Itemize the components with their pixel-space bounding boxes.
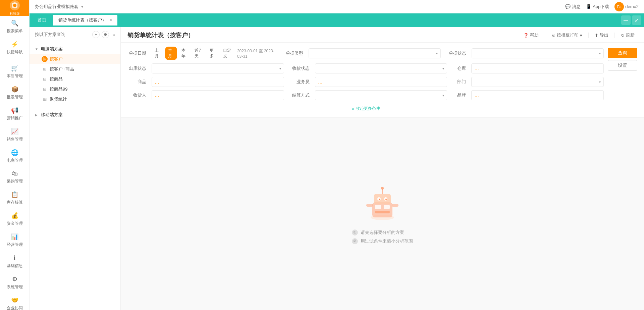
- date-control: 上月 本月 本年 近7天 更多 自定义 2023-03-01 至 2023-03…: [152, 47, 278, 60]
- filter-and-buttons: 单据日期 上月 本月 本年 近7天 更多 自定义 20: [127, 47, 637, 113]
- sidebar-item-inventory-check[interactable]: 📋 库存核算: [0, 188, 30, 209]
- tree-item-by-product[interactable]: ⊟ 按商品: [30, 74, 120, 84]
- tab-maximize-btn[interactable]: ⤢: [632, 15, 641, 25]
- date-btn-last-month[interactable]: 上月: [152, 47, 164, 60]
- breadcrumb-dropdown[interactable]: ▾: [81, 4, 83, 9]
- basic-info-icon: ℹ: [13, 254, 16, 262]
- settings-solution-btn[interactable]: ⚙: [102, 31, 109, 38]
- sidebar-item-finance-mgmt[interactable]: 💰 资金管理: [0, 209, 30, 230]
- sidebar-item-enterprise-collab[interactable]: 🤝 企业协同: [0, 293, 30, 310]
- sidebar-item-basic-info[interactable]: ℹ 基础信息: [0, 251, 30, 272]
- recipient-label: 收货人: [127, 92, 146, 98]
- date-btn-this-month[interactable]: 本月: [165, 47, 177, 60]
- tab-close-icon[interactable]: ×: [110, 18, 112, 22]
- table-icon: ⊟: [42, 76, 48, 82]
- add-solution-btn[interactable]: +: [92, 31, 100, 38]
- tab-active[interactable]: 销货单统计表（按客户） ×: [53, 15, 117, 25]
- wholesale-icon: 📦: [11, 86, 18, 93]
- collapse-more-btn[interactable]: ∧ 收起更多条件: [127, 104, 604, 113]
- bar-icon: ▦: [42, 96, 48, 102]
- right-content: 销货单统计表（按客户） ❓ 帮助 🖨 按模板打印 ▾ ⬆: [121, 27, 644, 310]
- warehouse-label: 仓库: [452, 65, 466, 71]
- message-btn[interactable]: 💬 消息: [565, 4, 581, 10]
- date-btn-this-year[interactable]: 本年: [178, 47, 191, 60]
- sidebar-item-ecommerce-mgmt[interactable]: 🌐 电商管理: [0, 146, 30, 167]
- logo[interactable]: 标账版: [0, 0, 30, 16]
- sidebar-item-purchase-mgmt[interactable]: 🛍 采购管理: [0, 167, 30, 188]
- department-arrow-icon: ▾: [599, 80, 601, 84]
- help-icon: ❓: [523, 33, 529, 38]
- doc-type-label: 单据类型: [283, 50, 303, 56]
- sidebar-item-system-mgmt[interactable]: ⚙ 系统管理: [0, 272, 30, 293]
- sidebar-item-search-menu[interactable]: 🔍 搜索菜单: [0, 16, 30, 37]
- sales-person-select[interactable]: …: [315, 77, 447, 87]
- svg-rect-4: [375, 205, 381, 209]
- tree-parent-mobile[interactable]: ▶ 移动端方案: [30, 110, 120, 120]
- left-panel-header: 按以下方案查询 + ⚙ «: [30, 27, 120, 41]
- inventory-icon: 📋: [11, 191, 18, 198]
- grid-icon: ⊞: [42, 66, 48, 72]
- export-icon: ⬆: [595, 33, 598, 38]
- user-menu[interactable]: Ea demo2: [614, 2, 639, 11]
- svg-point-10: [379, 199, 380, 200]
- tab-minimize-btn[interactable]: —: [621, 15, 631, 25]
- table2-icon: ⊟: [42, 86, 48, 92]
- system-icon: ⚙: [12, 275, 17, 283]
- sidebar-item-sales-mgmt[interactable]: 📈 销售管理: [0, 124, 30, 146]
- recipient-select[interactable]: …: [152, 90, 284, 100]
- tree-item-by-customer-product[interactable]: ⊞ 按客户+商品: [30, 64, 120, 74]
- page-actions: ❓ 帮助 🖨 按模板打印 ▾ ⬆ 导出: [521, 31, 637, 40]
- doc-status-select[interactable]: ▾: [472, 48, 604, 58]
- product-select[interactable]: …: [152, 77, 284, 87]
- brand-label: 品牌: [452, 92, 466, 98]
- operations-icon: 📊: [11, 233, 18, 241]
- sales-person-label: 业务员: [289, 79, 310, 85]
- settlement-select[interactable]: ▾: [315, 90, 447, 100]
- sidebar-item-wholesale-mgmt[interactable]: 📦 批发管理: [0, 82, 30, 103]
- department-select[interactable]: ▾: [471, 77, 604, 87]
- department-label: 部门: [452, 79, 466, 85]
- topbar-left: 办公用品行业模拟账套 ▾: [35, 4, 83, 10]
- tree-item-by-product-99[interactable]: ⊟ 按商品99: [30, 84, 120, 94]
- refresh-btn[interactable]: ↻ 刷新: [618, 31, 637, 40]
- sidebar-item-retail-mgmt[interactable]: 🛒 零售管理: [0, 61, 30, 82]
- product-dots-icon: …: [155, 79, 160, 85]
- panel-collapse-btn[interactable]: «: [112, 32, 115, 37]
- date-btn-7days[interactable]: 近7天: [192, 47, 205, 60]
- sidebar-item-operations-mgmt[interactable]: 📊 经营管理: [0, 230, 30, 251]
- date-label: 单据日期: [127, 50, 146, 56]
- sidebar-item-marketing[interactable]: 📢 营销推广: [0, 103, 30, 124]
- tree-item-return-stats[interactable]: ▦ 退货统计: [30, 94, 120, 104]
- query-btn[interactable]: 查询: [608, 48, 637, 58]
- date-quick-btns: 上月 本月 本年 近7天 更多 自定义: [152, 47, 235, 60]
- filter-area: 单据日期 上月 本月 本年 近7天 更多 自定义 20: [121, 43, 644, 118]
- date-btn-custom[interactable]: 自定义: [220, 47, 235, 60]
- sidebar-item-quick-nav[interactable]: ⚡ 快捷导航: [0, 37, 30, 58]
- svg-rect-15: [392, 204, 398, 207]
- tree-parent-desktop[interactable]: ▼ 电脑端方案: [30, 44, 120, 54]
- filter-row-1: 单据日期 上月 本月 本年 近7天 更多 自定义 20: [127, 47, 604, 60]
- breadcrumb: 办公用品行业模拟账套: [35, 4, 78, 10]
- help-btn[interactable]: ❓ 帮助: [521, 31, 541, 40]
- print-btn[interactable]: 🖨 按模板打印 ▾: [548, 31, 585, 40]
- left-panel: 按以下方案查询 + ⚙ « ▼ 电脑端方案 按: [30, 27, 121, 310]
- app-download-btn[interactable]: 📱 App下载: [586, 4, 609, 10]
- filter-row-3: 商品 … 业务员 … 部门 ▾: [127, 77, 604, 87]
- content-area: 按以下方案查询 + ⚙ « ▼ 电脑端方案 按: [30, 27, 644, 310]
- payment-status-select[interactable]: ▾: [315, 63, 447, 73]
- tree-item-by-customer[interactable]: 按 按客户: [30, 54, 120, 64]
- export-btn[interactable]: ⬆ 导出: [592, 31, 611, 40]
- page-title: 销货单统计表（按客户）: [127, 31, 194, 39]
- svg-point-13: [381, 187, 384, 190]
- out-status-select[interactable]: ▾: [152, 63, 284, 73]
- brand-select[interactable]: …: [471, 90, 604, 100]
- hint-num-1: ①: [352, 229, 358, 236]
- svg-point-11: [385, 199, 387, 200]
- doc-type-select[interactable]: ▾: [309, 48, 441, 58]
- settings-btn[interactable]: 设置: [608, 60, 637, 71]
- gear-icon: ⚙: [104, 32, 107, 37]
- date-btn-more[interactable]: 更多: [207, 47, 219, 60]
- tab-home[interactable]: 首页: [32, 15, 52, 25]
- warehouse-select[interactable]: …: [471, 63, 604, 73]
- marketing-icon: 📢: [11, 107, 18, 114]
